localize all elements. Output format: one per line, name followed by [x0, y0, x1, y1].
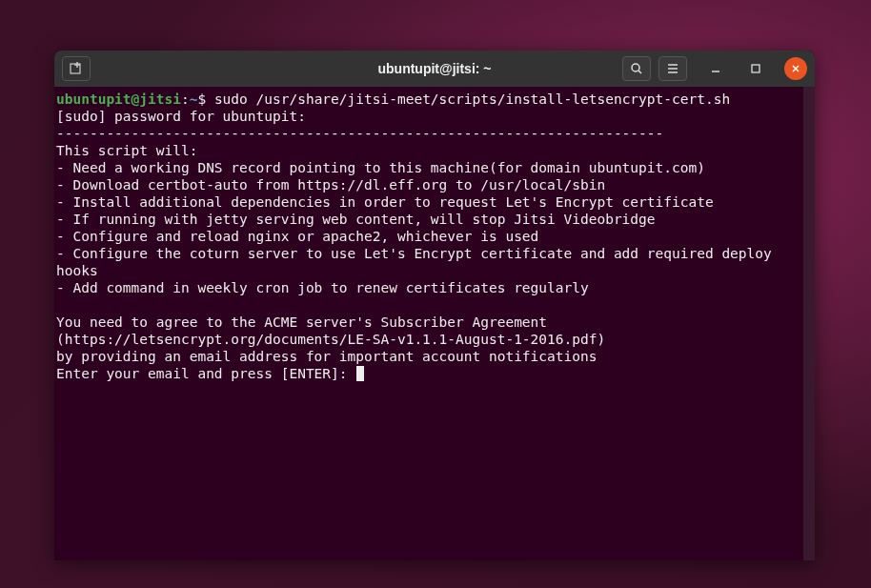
output-line: You need to agree to the ACME server's S…: [56, 314, 605, 347]
output-line: [sudo] password for ubuntupit:: [56, 109, 306, 124]
svg-point-3: [632, 64, 639, 71]
new-tab-icon: [69, 61, 84, 76]
output-line: This script will:: [56, 143, 197, 158]
output-line: - Need a working DNS record pointing to …: [56, 160, 705, 175]
output-line: - Install additional dependencies in ord…: [56, 194, 714, 210]
output-line: - Add command in weekly cron job to rene…: [56, 280, 589, 295]
new-tab-button[interactable]: [62, 56, 91, 81]
svg-rect-9: [752, 65, 760, 72]
scrollbar[interactable]: [803, 87, 815, 560]
minimize-button[interactable]: [704, 57, 727, 80]
terminal-body[interactable]: ubuntupit@jitsi:~$ sudo /usr/share/jitsi…: [54, 87, 815, 560]
prompt-dollar: $: [197, 91, 206, 107]
output-prompt: Enter your email and press [ENTER]:: [56, 366, 355, 381]
minimize-icon: [710, 63, 721, 74]
hamburger-icon: [666, 62, 679, 75]
output-line: - Configure the coturn server to use Let…: [56, 246, 780, 278]
titlebar-right-group: [622, 56, 807, 81]
command-text: sudo /usr/share/jitsi-meet/scripts/insta…: [206, 91, 730, 107]
search-icon: [630, 62, 643, 75]
close-icon: [791, 64, 800, 73]
close-button[interactable]: [784, 57, 807, 80]
output-line: ----------------------------------------…: [56, 126, 663, 141]
output-line: - Download certbot-auto from https://dl.…: [56, 177, 605, 193]
output-line: - If running with jetty serving web cont…: [56, 212, 656, 227]
output-line: by providing an email address for import…: [56, 349, 597, 364]
maximize-icon: [750, 63, 761, 74]
cursor: [356, 366, 364, 381]
maximize-button[interactable]: [744, 57, 767, 80]
prompt-colon: :: [181, 91, 190, 107]
terminal-window: ubuntupit@jitsi: ~: [54, 51, 815, 560]
prompt-userhost: ubuntupit@jitsi: [56, 91, 181, 107]
search-button[interactable]: [622, 56, 651, 81]
output-line: - Configure and reload nginx or apache2,…: [56, 229, 538, 244]
titlebar[interactable]: ubuntupit@jitsi: ~: [54, 51, 815, 87]
window-title: ubuntupit@jitsi: ~: [377, 61, 491, 76]
menu-button[interactable]: [658, 56, 687, 81]
svg-line-4: [638, 71, 641, 73]
